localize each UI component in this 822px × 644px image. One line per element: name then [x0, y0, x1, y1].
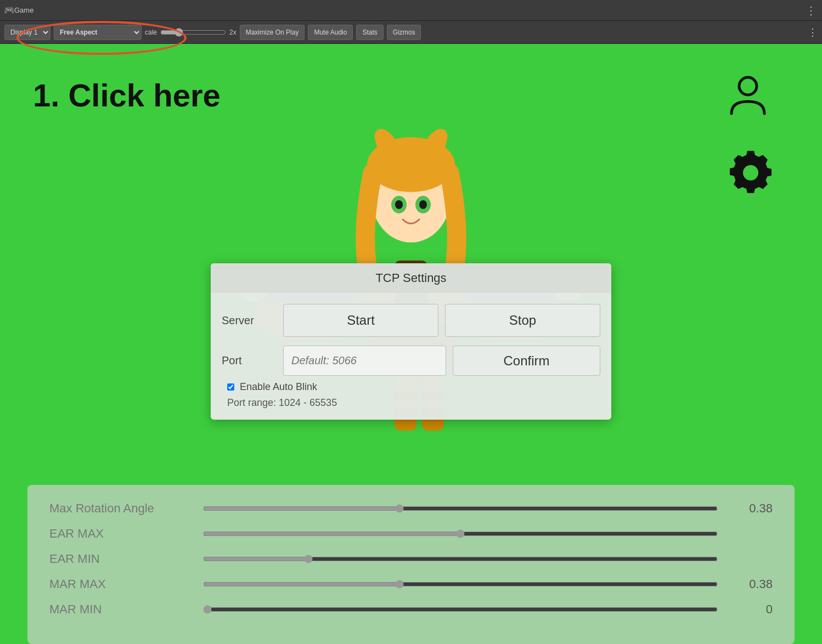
mute-audio-btn[interactable]: Mute Audio	[308, 25, 353, 40]
toolbar-dots-menu[interactable]: ⋮	[808, 26, 818, 38]
max-rotation-angle-row: Max Rotation Angle 0.38	[49, 501, 773, 516]
ear-max-slider-wrap	[203, 529, 718, 538]
tcp-popup: TCP Settings Server Start Stop Port Conf…	[211, 263, 611, 420]
display-select[interactable]: Display 1	[4, 25, 50, 40]
ear-min-slider-wrap	[203, 555, 718, 563]
instruction-text: 1. Click here	[33, 77, 221, 114]
ear-min-slider[interactable]	[203, 555, 718, 563]
scale-value: 2x	[229, 29, 237, 36]
svg-point-13	[395, 200, 403, 209]
maximize-on-play-btn[interactable]: Maximize On Play	[240, 25, 305, 40]
svg-point-0	[739, 77, 757, 95]
game-icon: 🎮	[4, 7, 14, 14]
mar-min-row: MAR MIN 0	[49, 602, 773, 617]
settings-panel: Max Rotation Angle 0.38 EAR MAX EAR MIN …	[27, 485, 795, 644]
ear-max-slider[interactable]	[203, 529, 718, 538]
toolbar: Display 1 Free Aspect 16:9 4:3 cale 2x M…	[0, 21, 822, 44]
mar-max-label: MAR MAX	[49, 577, 203, 591]
scale-label: cale	[145, 29, 157, 36]
stats-btn[interactable]: Stats	[356, 25, 383, 40]
mar-max-slider[interactable]	[203, 580, 718, 589]
max-rotation-slider-wrap	[203, 504, 718, 513]
window-dots-menu[interactable]: ⋮	[806, 4, 818, 17]
max-rotation-slider[interactable]	[203, 504, 718, 513]
mar-min-slider-wrap	[203, 605, 718, 614]
svg-point-14	[419, 200, 427, 209]
person-icon	[723, 71, 773, 121]
ear-min-label: EAR MIN	[49, 552, 203, 566]
gizmos-btn[interactable]: Gizmos	[387, 25, 421, 40]
mar-min-slider[interactable]	[203, 605, 718, 614]
mar-min-label: MAR MIN	[49, 602, 203, 617]
scale-slider[interactable]	[160, 28, 226, 37]
tcp-confirm-button[interactable]: Confirm	[453, 346, 600, 376]
enable-auto-blink-label: Enable Auto Blink	[240, 381, 317, 393]
max-rotation-label: Max Rotation Angle	[49, 501, 203, 516]
max-rotation-value: 0.38	[718, 501, 773, 516]
tcp-stop-button[interactable]: Stop	[445, 304, 600, 337]
tcp-port-label: Port	[222, 354, 277, 367]
tcp-popup-body: Server Start Stop Port Confirm Enable Au…	[211, 293, 611, 420]
tcp-popup-header: TCP Settings	[211, 263, 611, 293]
tcp-server-row: Server Start Stop	[222, 304, 600, 337]
game-viewport: 1. Click here	[0, 44, 822, 644]
aspect-select[interactable]: Free Aspect 16:9 4:3	[54, 25, 142, 40]
mar-min-value: 0	[718, 602, 773, 617]
svg-point-1	[743, 165, 758, 180]
tcp-port-input[interactable]	[283, 346, 446, 376]
mar-max-row: MAR MAX 0.38	[49, 577, 773, 591]
tcp-checkbox-row: Enable Auto Blink	[222, 381, 600, 393]
editor-bar: 🎮 Game ⋮	[0, 0, 822, 21]
window-title: Game	[14, 6, 33, 14]
ear-max-label: EAR MAX	[49, 527, 203, 541]
gear-icon	[720, 143, 781, 203]
tcp-start-button[interactable]: Start	[283, 304, 438, 337]
tcp-port-row: Port Confirm	[222, 346, 600, 376]
enable-auto-blink-checkbox[interactable]	[227, 383, 234, 391]
ear-min-row: EAR MIN	[49, 552, 773, 566]
mar-max-slider-wrap	[203, 580, 718, 589]
tcp-server-label: Server	[222, 314, 277, 327]
mar-max-value: 0.38	[718, 577, 773, 591]
tcp-port-range-label: Port range: 1024 - 65535	[222, 397, 600, 409]
ear-max-row: EAR MAX	[49, 527, 773, 541]
